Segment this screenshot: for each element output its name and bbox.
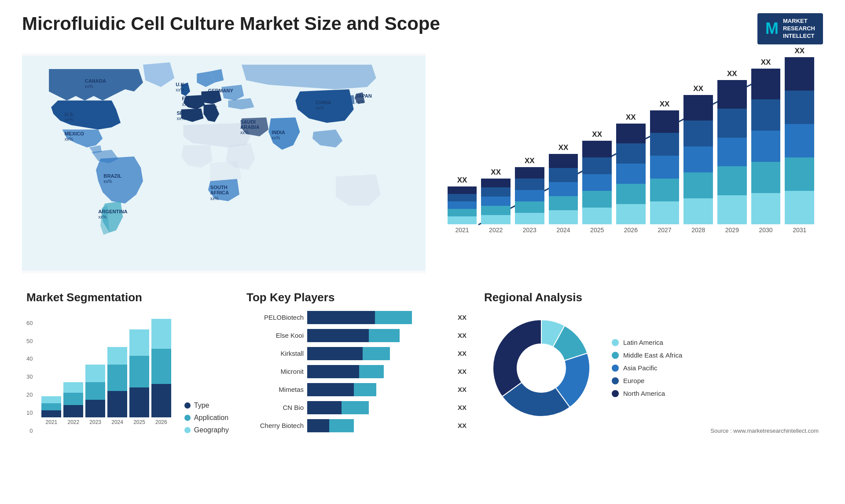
logo-letter: M (765, 19, 779, 38)
player-xx-label: XX (458, 422, 467, 429)
player-bar-seg1 (307, 329, 369, 342)
label-germany-val: xx% (208, 94, 217, 99)
bar-top-label: XX (693, 84, 703, 93)
player-xx-label: XX (458, 404, 467, 411)
label-saudi: SAUDI (240, 119, 256, 124)
seg-segment (129, 356, 149, 387)
bar-segment (448, 201, 477, 209)
bar-top-label: XX (525, 157, 535, 165)
bar-segment (515, 167, 544, 179)
bar-segment (549, 196, 578, 210)
seg-year-label: 2022 (67, 419, 79, 425)
player-bar-seg2 (329, 419, 354, 432)
bar-segment (717, 166, 747, 195)
label-canada: CANADA (85, 78, 106, 83)
bar-segment (616, 184, 646, 204)
label-argentina: ARGENTINA (98, 209, 128, 214)
player-bar (307, 401, 369, 414)
bar-stack (582, 141, 612, 224)
bar-group: XX2024 (549, 143, 578, 234)
bar-top-label: XX (626, 113, 636, 122)
bar-segment (717, 195, 747, 224)
reg-legend-item: Asia Pacific (612, 364, 682, 372)
world-map: CANADA xx% U.S. xx% MEXICO xx% BRAZIL xx… (22, 53, 426, 273)
label-saudi2: ARABIA (240, 124, 260, 129)
seg-segment (41, 410, 61, 417)
bar-top-label: XX (794, 47, 805, 55)
bar-segment (717, 138, 747, 167)
reg-legend-dot (612, 352, 619, 359)
player-bar-seg2 (354, 383, 376, 396)
bar-segment (582, 191, 612, 208)
bar-stack (448, 186, 477, 224)
bar-group: XX2025 (582, 130, 612, 234)
bar-group: XX2026 (616, 113, 646, 234)
page-title: Microfluidic Cell Culture Market Size an… (22, 13, 440, 34)
label-france: FRANCE (182, 96, 203, 101)
bar-segment (650, 133, 680, 156)
seg-bars: 202120222023202420252026 (41, 311, 171, 434)
bar-year-label: 2030 (759, 226, 772, 234)
player-bar-seg1 (307, 401, 342, 414)
bar-stack (549, 154, 578, 224)
bar-top-label: XX (491, 168, 501, 177)
bar-segment (448, 209, 477, 216)
seg-stack (107, 347, 127, 417)
reg-legend-dot (612, 365, 619, 372)
seg-segment (85, 400, 105, 417)
bar-year-label: 2024 (556, 226, 570, 234)
bar-year-label: 2025 (590, 226, 604, 234)
bar-group: XX2021 (448, 176, 477, 234)
reg-legend-item: North America (612, 390, 682, 397)
bar-top-label: XX (558, 143, 569, 152)
player-bar-seg2 (375, 311, 412, 324)
seg-year-label: 2024 (111, 419, 123, 425)
player-row: PELOBiotechXX (246, 311, 467, 324)
bar-top-label: XX (457, 176, 467, 185)
seg-segment (63, 405, 83, 417)
player-bar-container (307, 401, 451, 414)
logo: M MARKET RESEARCH INTELLECT (757, 13, 823, 44)
bar-segment (515, 201, 544, 213)
seg-bar-group: 2021 (41, 396, 61, 425)
bar-group: XX2027 (650, 100, 680, 234)
bar-segment (616, 204, 646, 224)
bar-year-label: 2027 (658, 226, 671, 234)
regional-container: Regional Analysis Latin AmericaMiddle Ea… (480, 286, 823, 453)
regional-legend: Latin AmericaMiddle East & AfricaAsia Pa… (612, 339, 682, 397)
seg-bar-group: 2024 (107, 347, 127, 425)
seg-stack (129, 329, 149, 417)
bar-segment (582, 157, 612, 174)
bar-stack (515, 167, 544, 224)
donut-svg (484, 311, 599, 425)
bar-segment (650, 156, 680, 179)
seg-segment (41, 403, 61, 410)
reg-legend-label: Latin America (623, 339, 663, 346)
seg-legend-label: Type (194, 402, 209, 409)
donut-area: Latin AmericaMiddle East & AfricaAsia Pa… (484, 311, 819, 425)
bar-year-label: 2022 (489, 226, 503, 234)
player-bar-seg2 (369, 329, 400, 342)
seg-legend-item: Type (184, 402, 229, 409)
player-row: Cherry BiotechXX (246, 419, 467, 432)
header: Microfluidic Cell Culture Market Size an… (22, 13, 823, 44)
seg-chart-area: 60 50 40 30 20 10 0 20212022202320242025… (26, 311, 229, 434)
bar-top-label: XX (592, 130, 602, 139)
bar-year-label: 2028 (691, 226, 705, 234)
bar-group: XX2029 (717, 69, 747, 234)
player-bar (307, 419, 354, 432)
seg-segment (107, 391, 127, 417)
player-name: Cherry Biotech (246, 422, 304, 429)
seg-year-label: 2023 (89, 419, 101, 425)
label-saudi-val: xx% (240, 130, 249, 135)
player-row: CN BioXX (246, 401, 467, 414)
bar-segment (549, 210, 578, 224)
player-xx-label: XX (458, 350, 467, 357)
player-bar (307, 311, 412, 324)
label-us-val: xx% (65, 117, 73, 122)
bar-stack (683, 95, 713, 224)
bar-segment (751, 69, 781, 100)
player-name: Kirkstall (246, 350, 304, 357)
bar-year-label: 2031 (793, 226, 806, 234)
label-uk-val: xx% (176, 88, 184, 92)
